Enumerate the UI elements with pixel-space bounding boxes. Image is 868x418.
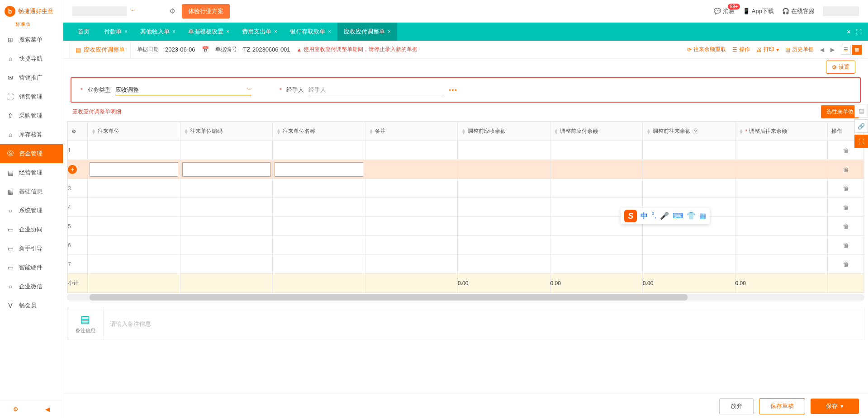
rail-attach[interactable]: 🔗: [854, 119, 868, 133]
tab-close-icon[interactable]: ×: [226, 28, 229, 35]
rail-expand[interactable]: ⛶: [854, 135, 868, 148]
discard-button[interactable]: 放弃: [719, 398, 754, 414]
date-value[interactable]: 2023-06-06: [165, 46, 195, 53]
cell[interactable]: [180, 217, 273, 236]
tab-0[interactable]: 付款单×: [98, 23, 134, 41]
cell[interactable]: [735, 179, 828, 198]
th-3[interactable]: ▲▼备注: [365, 122, 458, 141]
th-0[interactable]: ▲▼往来单位: [88, 122, 180, 141]
cell[interactable]: [180, 198, 273, 217]
cell[interactable]: [88, 160, 180, 179]
sort-icon[interactable]: ▲▼: [739, 129, 744, 134]
cell[interactable]: [458, 236, 550, 255]
cell[interactable]: [273, 198, 365, 217]
table-row[interactable]: 3🗑: [68, 179, 864, 198]
cell[interactable]: [550, 236, 643, 255]
more-icon[interactable]: •••: [449, 87, 458, 94]
delete-row-icon[interactable]: 🗑: [828, 166, 863, 173]
remarks-input[interactable]: [104, 308, 864, 339]
cell[interactable]: [88, 179, 180, 198]
cell[interactable]: [458, 160, 550, 179]
ime-skin-icon[interactable]: 👕: [687, 211, 696, 221]
trial-button[interactable]: 体验行业方案: [182, 4, 230, 19]
sort-icon[interactable]: ▲▼: [184, 129, 189, 134]
cell[interactable]: [643, 236, 735, 255]
tab-close-icon[interactable]: ×: [172, 28, 175, 35]
cell[interactable]: [365, 236, 458, 255]
delete-row-icon[interactable]: 🗑: [828, 204, 863, 211]
rail-note[interactable]: ▤: [854, 104, 868, 117]
th-5[interactable]: ▲▼调整前应付余额: [550, 122, 643, 141]
cell[interactable]: [458, 179, 550, 198]
calendar-icon[interactable]: 📅: [202, 46, 209, 53]
cell[interactable]: [180, 255, 273, 274]
sidebar-item-10[interactable]: ▭企业协同: [0, 220, 63, 239]
table-row[interactable]: 7🗑: [68, 255, 864, 274]
cell[interactable]: [735, 198, 828, 217]
cell[interactable]: [180, 236, 273, 255]
th-4[interactable]: ▲▼调整前应收余额: [458, 122, 550, 141]
tab-4[interactable]: 银行存取款单×: [284, 23, 337, 41]
cell[interactable]: [365, 141, 458, 160]
select-unit-button[interactable]: 选往来单位: [821, 105, 859, 118]
handler-input[interactable]: [308, 85, 444, 95]
cell[interactable]: [458, 255, 550, 274]
tab-close-icon[interactable]: ×: [328, 28, 331, 35]
delete-row-icon[interactable]: 🗑: [828, 185, 863, 192]
prev-doc[interactable]: ◀: [820, 47, 824, 53]
sidebar-item-7[interactable]: ▤经营管理: [0, 163, 63, 182]
cell[interactable]: [180, 179, 273, 198]
tab-1[interactable]: 其他收入单×: [134, 23, 182, 41]
th-2[interactable]: ▲▼往来单位名称: [273, 122, 365, 141]
cell[interactable]: [365, 255, 458, 274]
sidebar-item-6[interactable]: Ⓢ资金管理: [0, 144, 63, 163]
settings-icon[interactable]: ⚙: [13, 406, 19, 413]
cell[interactable]: [458, 141, 550, 160]
print-link[interactable]: 🖨打印▾: [756, 46, 779, 53]
ime-keyboard-icon[interactable]: ⌨: [673, 211, 683, 221]
tab-home[interactable]: 首页: [70, 23, 98, 41]
cell[interactable]: [273, 255, 365, 274]
add-row-icon[interactable]: +: [68, 165, 77, 174]
cell[interactable]: [180, 160, 273, 179]
th-gear[interactable]: ⚙: [68, 122, 88, 141]
scrollbar-thumb[interactable]: [90, 294, 688, 301]
cell[interactable]: [180, 141, 273, 160]
view-list[interactable]: ☰: [841, 45, 851, 55]
cell[interactable]: [550, 141, 643, 160]
sort-icon[interactable]: ▲▼: [276, 129, 281, 134]
table-row[interactable]: 4🗑: [68, 198, 864, 217]
ime-punct-icon[interactable]: °,: [651, 211, 656, 221]
ime-toolbar[interactable]: S 中 °, 🎤 ⌨ 👕 ▦: [621, 208, 710, 224]
sort-icon[interactable]: ▲▼: [646, 129, 651, 134]
cell[interactable]: [273, 179, 365, 198]
delete-row-icon[interactable]: 🗑: [828, 242, 863, 249]
cell[interactable]: [458, 198, 550, 217]
doc-type-tab[interactable]: ▤ 应收应付调整单: [70, 42, 131, 57]
company-selector[interactable]: ﹀: [72, 6, 163, 16]
settings-button[interactable]: ⚙设置: [826, 61, 855, 74]
tab-3[interactable]: 费用支出单×: [236, 23, 284, 41]
cell[interactable]: [735, 255, 828, 274]
tab-2[interactable]: 单据模板设置×: [182, 23, 236, 41]
user-redacted[interactable]: [823, 6, 859, 16]
cell[interactable]: [365, 160, 458, 179]
cell[interactable]: [88, 141, 180, 160]
delete-row-icon[interactable]: 🗑: [828, 223, 863, 230]
sort-icon[interactable]: ▲▼: [554, 129, 559, 134]
cell[interactable]: [273, 236, 365, 255]
cell[interactable]: [735, 160, 828, 179]
close-all-icon[interactable]: ✕: [846, 28, 851, 35]
table-row[interactable]: 5🗑: [68, 217, 864, 236]
th-6[interactable]: ▲▼调整前往来余额 ?: [643, 122, 735, 141]
app-download-link[interactable]: 📱 App下载: [743, 7, 774, 15]
tab-close-icon[interactable]: ×: [274, 28, 277, 35]
cell[interactable]: [735, 236, 828, 255]
cell[interactable]: [88, 236, 180, 255]
sidebar-item-1[interactable]: ⌂快捷导航: [0, 49, 63, 68]
collapse-icon[interactable]: ◀: [45, 406, 50, 413]
cell[interactable]: [273, 217, 365, 236]
history-link[interactable]: ▤历史单据: [785, 46, 814, 53]
ime-toolbox-icon[interactable]: ▦: [699, 211, 706, 221]
biz-type-input[interactable]: [115, 85, 251, 95]
